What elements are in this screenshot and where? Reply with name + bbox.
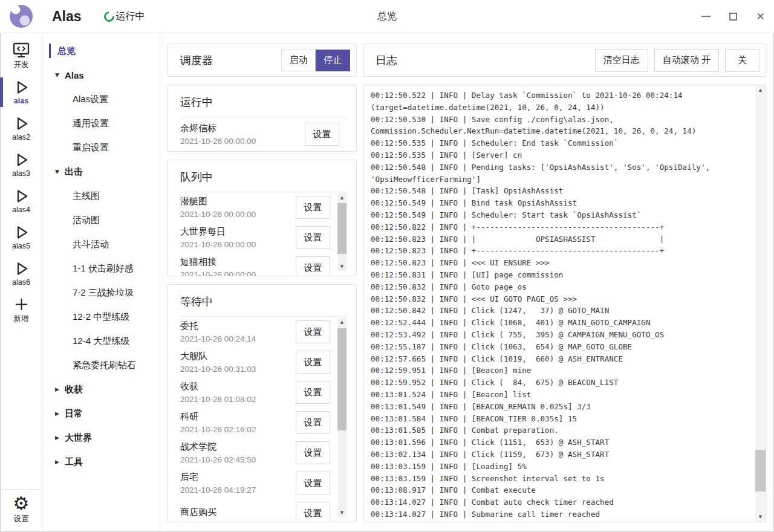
scrollbar-thumb[interactable] xyxy=(337,328,346,430)
sidebar-item[interactable]: 12-2 中型练级 xyxy=(43,305,160,329)
rail-item-settings[interactable]: ⚙ 设置 xyxy=(0,489,42,531)
sidebar-item[interactable]: Alas xyxy=(43,63,160,87)
sidebar-item[interactable]: 工具 xyxy=(43,450,160,474)
log-scrollbar[interactable]: ▲ ▼ xyxy=(755,85,766,522)
task-setting-button[interactable]: 设置 xyxy=(296,226,330,249)
rail-item-label: 开发 xyxy=(14,60,29,70)
sidebar-item-label: 紧急委托刷钻石 xyxy=(73,360,136,371)
task-row: 短猫相接 2021-10-26 00:00:00 设置 xyxy=(180,253,330,276)
task-setting-button[interactable]: 设置 xyxy=(296,320,330,343)
sidebar-item-label: Alas设置 xyxy=(73,94,108,105)
task-setting-button[interactable]: 设置 xyxy=(296,196,330,219)
sidebar-item-label: 1-1 伏击刷好感 xyxy=(73,263,134,274)
main-layout: 开发 alas alas2 xyxy=(0,33,774,531)
sidebar-item[interactable]: Alas设置 xyxy=(43,87,160,111)
task-setting-button[interactable]: 设置 xyxy=(296,472,330,495)
rail-item[interactable]: alas6 xyxy=(0,256,42,291)
task-next-run-time: 2021-10-26 00:00:00 xyxy=(180,240,296,249)
maximize-button[interactable] xyxy=(720,0,747,33)
log-line: 00:12:59.952 | INFO | Click ( 84, 675) @… xyxy=(371,377,753,389)
sidebar-item-label: 7-2 三战捡垃圾 xyxy=(73,287,134,299)
scrollbar-thumb[interactable] xyxy=(337,203,346,254)
task-name: 战术学院 xyxy=(180,441,296,453)
sidebar-item-label: 大世界 xyxy=(65,432,92,444)
log-line: 00:12:50.822 | INFO | +-----------------… xyxy=(371,221,753,233)
log-line: 00:13:02.134 | INFO | Click (1159, 673) … xyxy=(371,449,753,461)
scrollbar-thumb[interactable] xyxy=(755,450,766,491)
sidebar-item-label: 总览 xyxy=(57,45,76,57)
app-window: { "window": { "app_name": "Alas", "statu… xyxy=(0,0,774,532)
waiting-scrollbar[interactable]: ▲ ▼ xyxy=(337,318,346,517)
rail-item[interactable]: alas5 xyxy=(0,219,42,255)
task-setting-button[interactable]: 设置 xyxy=(296,411,330,434)
log-line: 00:13:14.027 | INFO | Submarine call tim… xyxy=(371,508,753,519)
sidebar-item[interactable]: 主线图 xyxy=(43,184,160,208)
task-setting-button[interactable]: 设置 xyxy=(296,256,330,276)
rail-item-label: alas xyxy=(14,97,28,105)
scroll-down-icon[interactable]: ▼ xyxy=(337,508,346,517)
sidebar-item-label: 主线图 xyxy=(73,190,100,202)
log-line: 00:13:01.524 | INFO | [Beacon] list xyxy=(371,389,753,401)
task-setting-button[interactable]: 设置 xyxy=(296,381,330,404)
task-setting-button[interactable]: 设置 xyxy=(296,502,330,522)
scheduler-title: 调度器 xyxy=(180,53,281,68)
rail-item[interactable]: alas4 xyxy=(0,183,42,219)
sidebar-item-label: Alas xyxy=(65,70,84,80)
log-line: 00:12:50.823 | INFO | <<< UI ENSURE >>> xyxy=(371,257,753,269)
scroll-down-icon[interactable]: ▼ xyxy=(755,512,766,522)
task-row: 科研 2021-10-26 02:16:02 设置 xyxy=(180,407,330,438)
log-line: Commission.Scheduler.NextRun=datetime.da… xyxy=(371,125,753,137)
sidebar-item[interactable]: 通用设置 xyxy=(43,111,160,135)
chevron-icon xyxy=(55,72,59,78)
sidebar-item[interactable]: 总览 xyxy=(43,39,160,63)
sidebar-item[interactable]: 收获 xyxy=(43,377,160,401)
rail-item[interactable]: alas3 xyxy=(0,147,42,183)
scroll-up-icon[interactable]: ▲ xyxy=(755,85,766,95)
chevron-icon xyxy=(55,459,59,465)
waiting-panel: 等待中 委托 2021-10-26 00:24:14 设置 大舰队 2021-1… xyxy=(167,284,357,522)
scroll-down-icon[interactable]: ▼ xyxy=(337,262,346,271)
stop-button[interactable]: 停止 xyxy=(316,50,350,71)
sidebar-item[interactable]: 12-4 大型练级 xyxy=(43,329,160,353)
sidebar-item[interactable]: 日常 xyxy=(43,401,160,426)
clear-log-button[interactable]: 清空日志 xyxy=(595,49,648,72)
sidebar-item-label: 日常 xyxy=(65,408,83,420)
autoscroll-on-button[interactable]: 自动滚动 开 xyxy=(654,49,719,72)
log-line: 00:12:50.832 | INFO | <<< UI GOTO PAGE_O… xyxy=(371,293,753,305)
start-button[interactable]: 启动 xyxy=(281,50,316,71)
task-setting-button[interactable]: 设置 xyxy=(305,123,339,146)
task-setting-button[interactable]: 设置 xyxy=(296,441,330,464)
sidebar-item[interactable]: 活动图 xyxy=(43,208,160,232)
rail-item-label: 设置 xyxy=(14,514,29,524)
close-button[interactable]: ✕ xyxy=(747,0,774,33)
sidebar-item[interactable]: 出击 xyxy=(43,160,160,184)
sidebar-item-label: 共斗活动 xyxy=(73,239,109,250)
sidebar-item[interactable]: 大世界 xyxy=(43,426,160,450)
scroll-up-icon[interactable]: ▲ xyxy=(337,318,346,326)
log-panel: 00:12:50.522 | INFO | Delay task `Commis… xyxy=(363,85,766,522)
sidebar-item[interactable]: 1-1 伏击刷好感 xyxy=(43,256,160,281)
task-next-run-time: 2021-10-26 00:00:00 xyxy=(180,270,296,276)
sidebar-item[interactable]: 重启设置 xyxy=(43,135,160,160)
log-line: 00:12:50.842 | INFO | Click (1247, 37) @… xyxy=(371,305,753,317)
minimize-button[interactable] xyxy=(692,0,720,33)
task-next-run-time: 2021-10-26 02:45:50 xyxy=(180,455,296,464)
autoscroll-off-button[interactable]: 关 xyxy=(725,49,759,72)
rail-item[interactable]: alas2 xyxy=(0,111,42,146)
rail-item-label: 新增 xyxy=(14,314,29,324)
task-setting-button[interactable]: 设置 xyxy=(296,351,330,374)
maximize-icon xyxy=(729,13,737,21)
sidebar-item[interactable]: 7-2 三战捡垃圾 xyxy=(43,281,160,305)
rail-item[interactable]: 开发 xyxy=(0,38,42,74)
scroll-up-icon[interactable]: ▲ xyxy=(337,193,346,202)
minimize-icon xyxy=(701,16,711,17)
task-next-run-time: 2021-10-26 00:00:00 xyxy=(180,137,305,146)
queued-scrollbar[interactable]: ▲ ▼ xyxy=(337,193,346,271)
rail-item[interactable]: 新增 xyxy=(0,292,42,328)
task-next-run-time: 2021-10-26 02:16:02 xyxy=(180,425,296,434)
scheduler-column: 调度器 启动 停止 运行中 余烬信标 2021-10-26 00:00:00 设… xyxy=(167,44,357,522)
sidebar-item[interactable]: 紧急委托刷钻石 xyxy=(43,353,160,377)
log-line: 00:12:50.823 | INFO | +-----------------… xyxy=(371,245,753,257)
rail-item[interactable]: alas xyxy=(0,74,42,110)
sidebar-item[interactable]: 共斗活动 xyxy=(43,232,160,256)
